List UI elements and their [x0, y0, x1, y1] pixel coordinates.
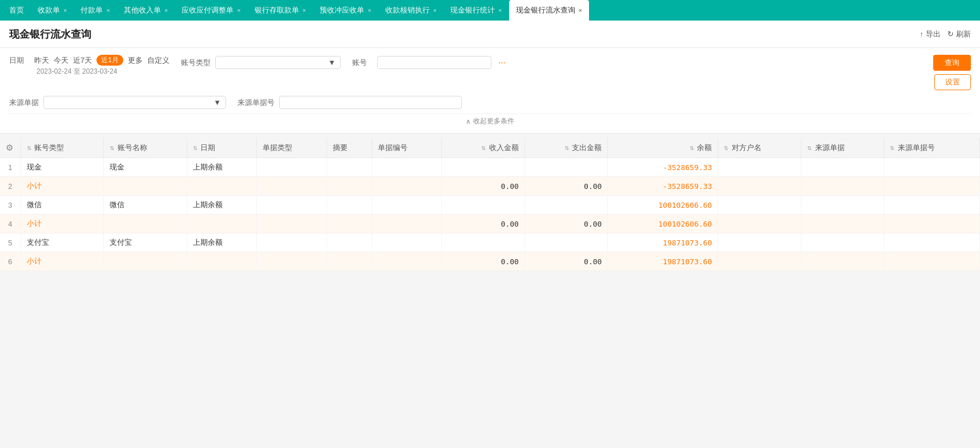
cell-account-type: 小计	[21, 177, 104, 196]
date-more-btn[interactable]: 更多	[128, 55, 143, 66]
cell-source-doc-no	[884, 196, 980, 215]
refresh-icon: ↻	[947, 30, 954, 38]
nav-tab-cash-bank-stat[interactable]: 现金银行统计 ×	[443, 0, 509, 21]
account-label: 账号	[352, 58, 373, 68]
cell-counter-party	[718, 215, 801, 233]
sort-arrows-icon[interactable]: ⇅	[481, 145, 486, 151]
cell-num: 2	[0, 177, 21, 196]
cell-account-name	[104, 177, 187, 196]
cell-income	[442, 196, 525, 215]
sort-arrows-icon[interactable]: ⇅	[724, 145, 728, 151]
col-expense: ⇅ 支出金额	[525, 138, 608, 158]
source-doc-no-input[interactable]	[284, 98, 457, 107]
nav-tab-payment[interactable]: 付款单 ×	[74, 0, 116, 21]
cell-account-type: 微信	[21, 196, 104, 215]
col-date: ⇅ 日期	[187, 138, 257, 158]
chevron-down-icon: ▼	[328, 58, 336, 67]
close-icon[interactable]: ×	[303, 7, 306, 14]
close-icon[interactable]: ×	[498, 7, 502, 14]
cell-account-type: 现金	[21, 158, 104, 177]
date-label: 日期	[9, 55, 30, 66]
settings-button[interactable]: 设置	[934, 74, 971, 90]
cell-balance: 19871073.60	[608, 233, 718, 252]
sort-arrows-icon[interactable]: ⇅	[564, 145, 569, 151]
close-icon[interactable]: ×	[368, 7, 371, 14]
source-doc-select[interactable]: ▼	[43, 96, 226, 109]
date-custom-btn[interactable]: 自定义	[147, 55, 170, 66]
close-icon[interactable]: ×	[579, 7, 582, 14]
date-range-text: 2023-02-24 至 2023-03-24	[11, 67, 170, 76]
cell-summary	[326, 158, 372, 177]
close-icon[interactable]: ×	[106, 7, 110, 14]
table-header-row: ⚙ ⇅ 账号类型 ⇅ 账号名称 ⇅ 日期 单据类型 摘要	[0, 138, 980, 158]
nav-tab-other-income[interactable]: 其他收入单 ×	[117, 0, 175, 21]
query-button[interactable]: 查询	[933, 55, 971, 71]
cell-source-doc-no	[884, 252, 980, 271]
cell-account-name	[104, 252, 187, 271]
col-balance: ⇅ 余额	[608, 138, 718, 158]
page-header: 现金银行流水查询 ↑ 导出 ↻ 刷新	[0, 21, 980, 48]
nav-tab-home[interactable]: 首页	[2, 0, 31, 21]
col-settings: ⚙	[0, 138, 21, 158]
account-type-label: 账号类型	[181, 58, 211, 68]
date-today-btn[interactable]: 今天	[54, 55, 68, 66]
account-more-btn[interactable]: ···	[498, 58, 506, 68]
source-doc-no-label: 来源单据号	[237, 98, 275, 108]
header-actions: ↑ 导出 ↻ 刷新	[920, 29, 971, 39]
data-table-container: ⚙ ⇅ 账号类型 ⇅ 账号名称 ⇅ 日期 单据类型 摘要	[0, 138, 980, 271]
cell-summary	[326, 177, 372, 196]
source-doc-label: 来源单据	[9, 98, 39, 108]
cell-date	[187, 177, 257, 196]
sort-arrows-icon[interactable]: ⇅	[890, 145, 894, 151]
nav-tab-ap-adjust[interactable]: 应收应付调整单 ×	[175, 0, 247, 21]
cell-account-type: 支付宝	[21, 233, 104, 252]
date-1month-btn[interactable]: 近1月	[96, 55, 123, 66]
close-icon[interactable]: ×	[63, 7, 67, 14]
nav-tab-collect-verify[interactable]: 收款核销执行 ×	[378, 0, 443, 21]
cell-balance: 100102606.60	[608, 215, 718, 233]
cell-expense: 0.00	[525, 252, 608, 271]
cell-source-doc-no	[884, 158, 980, 177]
col-doc-type: 单据类型	[257, 138, 327, 158]
sort-arrows-icon[interactable]: ⇅	[689, 145, 694, 151]
cell-num: 1	[0, 158, 21, 177]
table-row: 1 现金 现金 上期余额 -3528659.33	[0, 158, 980, 177]
cell-source-doc-no	[884, 177, 980, 196]
nav-tab-cash-bank-flow[interactable]: 现金银行流水查询 ×	[509, 0, 589, 21]
chevron-down-icon: ▼	[213, 98, 221, 107]
nav-tab-bank-deposit[interactable]: 银行存取款单 ×	[248, 0, 313, 21]
account-type-select[interactable]: ▼	[215, 56, 341, 69]
table-row: 5 支付宝 支付宝 上期余额 19871073.60	[0, 233, 980, 252]
close-icon[interactable]: ×	[433, 7, 437, 14]
cell-account-type: 小计	[21, 215, 104, 233]
cell-doc-type	[257, 158, 327, 177]
collapse-more-btn[interactable]: ∧ 收起更多条件	[9, 114, 971, 128]
close-icon[interactable]: ×	[237, 7, 240, 14]
sort-arrows-icon[interactable]: ⇅	[110, 145, 114, 151]
nav-tab-receipt[interactable]: 收款单 ×	[31, 0, 74, 21]
account-input[interactable]	[382, 58, 486, 67]
sort-arrows-icon[interactable]: ⇅	[807, 145, 812, 151]
cell-counter-party	[718, 196, 801, 215]
filter-area: 日期 昨天 今天 近7天 近1月 更多 自定义 2023-02-24 至 202…	[0, 48, 980, 134]
export-button[interactable]: ↑ 导出	[920, 29, 941, 39]
sort-arrows-icon[interactable]: ⇅	[193, 145, 197, 151]
cell-source-doc	[801, 177, 884, 196]
export-icon: ↑	[920, 30, 924, 38]
date-7days-btn[interactable]: 近7天	[73, 55, 92, 66]
table-settings-icon[interactable]: ⚙	[6, 143, 13, 152]
cell-summary	[326, 233, 372, 252]
date-yesterday-btn[interactable]: 昨天	[34, 55, 49, 66]
cell-doc-type	[257, 177, 327, 196]
source-doc-no-input-wrapper[interactable]	[279, 96, 462, 109]
nav-tab-prepay-offset[interactable]: 预收冲应收单 ×	[313, 0, 378, 21]
cell-date: 上期余额	[187, 158, 257, 177]
table-row: 4 小计 0.00 0.00 100102606.60	[0, 215, 980, 233]
table-row: 2 小计 0.00 0.00 -3528659.33	[0, 177, 980, 196]
account-input-wrapper[interactable]	[377, 56, 491, 69]
sort-arrows-icon[interactable]: ⇅	[27, 145, 31, 151]
close-icon[interactable]: ×	[164, 7, 168, 14]
refresh-button[interactable]: ↻ 刷新	[947, 29, 971, 39]
cell-counter-party	[718, 252, 801, 271]
date-quick-buttons: 昨天 今天 近7天 近1月 更多 自定义	[34, 55, 170, 66]
